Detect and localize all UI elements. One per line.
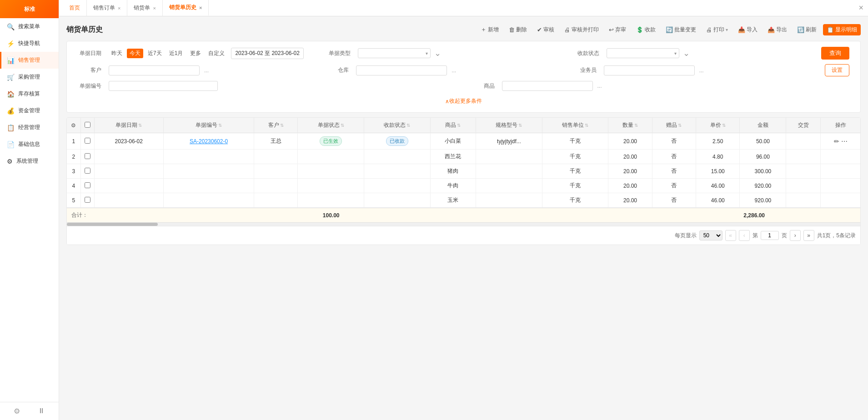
tab-sales-goods-history[interactable]: 销货单历史 × <box>163 0 209 16</box>
warehouse-group: ... <box>356 65 562 75</box>
sidebar-item-sales-mgmt[interactable]: 📊 销售管理 <box>0 52 59 69</box>
cell-doc-no-1[interactable]: SA-20230602-0 <box>164 133 254 150</box>
tabs-bar: 首页 销售订单 × 销货单 × 销货单历史 × × <box>59 0 868 16</box>
print-button[interactable]: 🖨 打印 ▾ <box>702 24 732 35</box>
cell-ops-1: ✏ ⋯ <box>821 133 860 150</box>
tab-sales-order[interactable]: 销售订单 × <box>87 0 127 16</box>
row-checkbox-5[interactable] <box>85 197 90 203</box>
th-gear[interactable]: ⚙ <box>67 118 80 133</box>
salesperson-input[interactable] <box>604 65 695 75</box>
page-input[interactable]: 1 <box>761 231 779 240</box>
shortcut-today[interactable]: 今天 <box>127 49 143 58</box>
sidebar-item-inventory-calc[interactable]: 🏠 库存核算 <box>0 85 59 102</box>
sidebar-settings-icon[interactable]: ⚙ <box>14 407 20 415</box>
review-print-button[interactable]: 🖨 审核并打印 <box>561 24 602 35</box>
review-button[interactable]: ✔ 审核 <box>533 24 558 35</box>
export-button[interactable]: 📤 导出 <box>764 24 791 35</box>
more-op-icon-1[interactable]: ⋯ <box>841 138 848 145</box>
import-button[interactable]: 📥 导入 <box>734 24 761 35</box>
cell-goods-4: 牛肉 <box>430 179 476 193</box>
sidebar-collapse-icon[interactable]: ⏸ <box>38 407 45 415</box>
sort-customer-icon[interactable]: ⇅ <box>280 123 284 128</box>
shortcut-more[interactable]: 更多 <box>187 49 204 58</box>
sidebar-item-search-menu[interactable]: 🔍 搜索菜单 <box>0 18 59 35</box>
settings-icon[interactable]: ⚙ <box>71 122 76 129</box>
date-range-input[interactable]: 2023-06-02 至 2023-06-02 <box>231 48 303 59</box>
tab-home[interactable]: 首页 <box>63 0 87 16</box>
sort-doc-no-icon[interactable]: ⇅ <box>218 123 222 128</box>
collect-status-select[interactable] <box>607 48 679 58</box>
doc-type-select[interactable] <box>358 48 431 58</box>
shortcut-custom[interactable]: 自定义 <box>206 49 227 58</box>
sidebar-item-ops-mgmt[interactable]: 📋 经营管理 <box>0 119 59 136</box>
doc-type-dropdown-icon[interactable]: ⌄ <box>434 48 441 58</box>
collect-button[interactable]: 💲 收款 <box>632 24 659 35</box>
first-page-button[interactable]: « <box>725 230 736 241</box>
sidebar-item-purchase-mgmt[interactable]: 🛒 采购管理 <box>0 69 59 85</box>
print-icon: 🖨 <box>706 26 712 33</box>
cell-gift-3: 否 <box>652 164 696 179</box>
edit-icon-1[interactable]: ✏ <box>834 138 839 145</box>
warehouse-input[interactable] <box>356 65 447 75</box>
shortcut-7days[interactable]: 近7天 <box>145 49 165 58</box>
sort-unit-price-icon[interactable]: ⇅ <box>722 123 726 128</box>
tab-close-sales-order[interactable]: × <box>118 5 120 11</box>
doc-no-link-1[interactable]: SA-20230602-0 <box>190 138 228 145</box>
shortcut-yesterday[interactable]: 昨天 <box>109 49 125 58</box>
goods-input[interactable] <box>502 81 593 91</box>
sort-goods-icon[interactable]: ⇅ <box>457 123 461 128</box>
collect-status-dropdown-icon[interactable]: ⌄ <box>683 48 690 58</box>
cell-spec-5 <box>476 193 542 208</box>
batch-change-button[interactable]: 🔄 批量变更 <box>662 24 700 35</box>
cell-checkbox-3[interactable] <box>80 164 94 179</box>
cell-checkbox-5[interactable] <box>80 193 94 208</box>
sort-doc-status-icon[interactable]: ⇅ <box>341 123 344 128</box>
tab-close-sales-goods-history[interactable]: × <box>199 5 202 10</box>
per-page-select[interactable]: 50 20 100 <box>699 230 722 240</box>
sort-collect-status-icon[interactable]: ⇅ <box>406 123 410 128</box>
tab-sales-goods[interactable]: 销货单 × <box>127 0 162 16</box>
abandon-button[interactable]: ↩ 弃审 <box>605 24 630 35</box>
last-page-button[interactable]: » <box>803 230 814 241</box>
sort-doc-date-icon[interactable]: ⇅ <box>138 123 142 128</box>
sort-unit-icon[interactable]: ⇅ <box>585 123 588 128</box>
shortcut-month[interactable]: 近1月 <box>166 49 186 58</box>
print-dropdown-icon[interactable]: ▾ <box>726 27 728 32</box>
th-checkbox[interactable] <box>80 118 94 133</box>
show-detail-button[interactable]: 📋 显示明细 <box>823 24 861 35</box>
salesperson-ellipsis[interactable]: ... <box>699 67 704 74</box>
tab-close-sales-goods[interactable]: × <box>153 5 156 11</box>
cell-checkbox-1[interactable] <box>80 133 94 150</box>
refresh-button[interactable]: 🔃 刷新 <box>793 24 820 35</box>
goods-ellipsis[interactable]: ... <box>597 83 602 89</box>
customer-input[interactable] <box>109 65 200 75</box>
doc-no-input[interactable] <box>109 81 218 91</box>
row-checkbox-2[interactable] <box>85 153 90 159</box>
set-button[interactable]: 设置 <box>825 64 849 76</box>
cell-checkbox-4[interactable] <box>80 179 94 193</box>
sort-gift-icon[interactable]: ⇅ <box>678 123 682 128</box>
row-checkbox-4[interactable] <box>85 182 90 188</box>
cell-checkbox-2[interactable] <box>80 150 94 164</box>
sidebar-item-base-info[interactable]: 📄 基础信息 <box>0 136 59 153</box>
select-all-checkbox[interactable] <box>85 122 90 128</box>
delete-button[interactable]: 🗑 删除 <box>505 24 531 35</box>
query-button[interactable]: 查询 <box>821 47 849 60</box>
customer-ellipsis[interactable]: ... <box>204 67 209 74</box>
tabs-close-all[interactable]: × <box>858 3 868 13</box>
next-page-button[interactable]: › <box>790 230 801 241</box>
sort-spec-icon[interactable]: ⇅ <box>518 123 522 128</box>
scrollbar-thumb[interactable] <box>67 223 158 226</box>
prev-page-button[interactable]: ‹ <box>739 230 750 241</box>
collapse-button[interactable]: ∧ 收起更多条件 <box>443 95 484 107</box>
row-checkbox-1[interactable] <box>85 138 90 144</box>
row-checkbox-3[interactable] <box>85 168 90 174</box>
sidebar-item-finance-mgmt[interactable]: 💰 资金管理 <box>0 102 59 119</box>
sort-qty-icon[interactable]: ⇅ <box>634 123 638 128</box>
cell-gift-2: 否 <box>652 150 696 164</box>
sidebar-item-quick-nav[interactable]: ⚡ 快捷导航 <box>0 35 59 52</box>
horizontal-scrollbar[interactable] <box>67 222 860 226</box>
sidebar-item-sys-mgmt[interactable]: ⚙ 系统管理 <box>0 153 59 170</box>
warehouse-ellipsis[interactable]: ... <box>452 67 456 74</box>
new-button[interactable]: ＋ 新增 <box>477 24 502 35</box>
